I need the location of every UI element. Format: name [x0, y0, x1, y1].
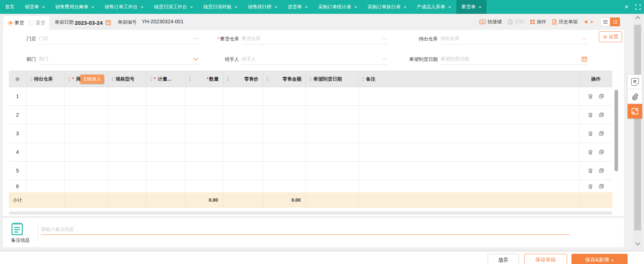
arrow-left-icon[interactable] — [584, 20, 588, 24]
copy-row-icon[interactable] — [599, 112, 604, 117]
operate-button[interactable]: 操作 — [530, 19, 546, 25]
chevron-down-icon[interactable] — [193, 56, 198, 62]
sort-icon[interactable] — [309, 77, 312, 81]
grid-cell[interactable] — [147, 143, 186, 161]
scan-entry-badge[interactable]: 扫码录入 — [80, 74, 104, 84]
delete-row-icon[interactable] — [588, 150, 593, 155]
sort-icon[interactable] — [266, 77, 269, 81]
tab-sales-workbench[interactable]: 销售订单工作台✕ — [99, 0, 149, 14]
grid-cell[interactable] — [108, 124, 147, 143]
sort-icon[interactable] — [149, 77, 152, 81]
grid-cell[interactable] — [306, 162, 359, 180]
grid-cell[interactable] — [186, 143, 223, 161]
department-field[interactable]: 部门 — [38, 54, 199, 65]
column-header-unit[interactable]: * 计量... — [147, 71, 186, 87]
tab-close-icon[interactable]: ✕ — [403, 5, 406, 9]
grid-cell[interactable] — [306, 106, 359, 124]
print-button[interactable]: 打印 — [507, 19, 524, 25]
save-and-new-button[interactable]: 保存&新增 ∧ — [571, 254, 628, 264]
grid-cell[interactable] — [108, 106, 147, 124]
grid-cell[interactable] — [306, 124, 359, 143]
grid-cell[interactable] — [186, 162, 223, 180]
calendar-icon[interactable] — [105, 20, 111, 26]
grid-cell[interactable] — [223, 162, 263, 180]
grid-cell[interactable] — [108, 143, 147, 161]
scroll-down-icon[interactable] — [633, 242, 642, 245]
sort-icon[interactable] — [362, 77, 364, 81]
grid-cell[interactable] — [65, 180, 108, 192]
grid-cell[interactable] — [263, 106, 306, 124]
column-header-expected-date[interactable]: 希望到货日期 — [306, 71, 359, 87]
column-header-remark[interactable]: 备注 — [359, 71, 579, 87]
tab-cash-workbench[interactable]: 钱货日清工作台✕ — [149, 0, 198, 14]
grid-cell[interactable] — [65, 162, 108, 180]
grid-cell[interactable] — [65, 143, 108, 161]
copy-row-icon[interactable] — [599, 94, 604, 99]
grid-cell[interactable] — [263, 124, 306, 143]
grid-cell[interactable] — [147, 162, 186, 180]
grid-cell[interactable] — [263, 87, 306, 105]
expected-date-field[interactable]: 希望到货日期 — [440, 54, 588, 65]
grid-cell[interactable] — [27, 162, 65, 180]
lookup-ellipsis-icon[interactable]: ··· — [582, 35, 587, 42]
settings-button[interactable]: 设置 — [599, 31, 622, 42]
calendar-icon[interactable] — [581, 56, 587, 62]
lookup-ellipsis-icon[interactable]: ··· — [193, 35, 198, 42]
grid-cell[interactable] — [359, 162, 579, 180]
column-header-quantity[interactable]: *数量 — [186, 71, 223, 87]
tab-po-execution[interactable]: 采购订单执行表✕ — [362, 0, 411, 14]
page-scrollbar[interactable] — [633, 14, 642, 252]
delete-row-icon[interactable] — [588, 94, 593, 99]
grid-cell[interactable] — [65, 87, 108, 105]
grid-cell[interactable] — [359, 180, 579, 192]
scroll-up-icon[interactable] — [633, 16, 642, 19]
tab-sales-expense[interactable]: 销售费用分摊单✕ — [50, 0, 99, 14]
sort-icon[interactable] — [111, 77, 114, 81]
grid-cell[interactable] — [27, 124, 65, 143]
grid-cell[interactable] — [223, 87, 263, 105]
tab-close-icon[interactable]: ✕ — [305, 5, 308, 9]
copy-row-icon[interactable] — [599, 184, 604, 189]
tab-close-icon[interactable]: ✕ — [274, 5, 277, 9]
tab-purchase-order[interactable]: 进货单✕ — [282, 0, 313, 14]
grid-cell[interactable] — [359, 87, 579, 105]
draft-list-button[interactable]: 草 — [628, 75, 642, 89]
close-icon[interactable]: ✕ — [624, 4, 629, 9]
save-draft-button[interactable]: 保存草稿 — [524, 254, 567, 264]
attachment-button[interactable] — [628, 89, 642, 104]
tab-home[interactable]: 首页 — [0, 0, 20, 14]
tab-finished-goods-in[interactable]: 产成品入库单✕ — [412, 0, 456, 14]
column-header-spec-model[interactable]: 规格型号 — [108, 71, 147, 87]
grid-cell[interactable] — [108, 162, 147, 180]
request-warehouse-field[interactable]: 要货仓库 ··· — [241, 34, 388, 44]
detail-view-toggle[interactable] — [610, 18, 620, 26]
doc-date-field[interactable]: 2023-03-24 — [75, 18, 113, 28]
column-header-product[interactable]: * 商品 扫码录入 — [65, 71, 108, 87]
grid-cell[interactable] — [223, 143, 263, 161]
column-header-retail-amount[interactable]: 零售金额 — [263, 71, 306, 87]
grid-cell[interactable] — [306, 180, 359, 192]
tab-close-icon[interactable]: ✕ — [448, 5, 451, 9]
store-field[interactable]: 门店 ··· — [38, 34, 199, 44]
grid-cell[interactable] — [65, 106, 108, 124]
tab-close-icon[interactable]: ✕ — [141, 5, 144, 9]
grid-cell[interactable] — [186, 180, 223, 192]
expand-button[interactable] — [628, 104, 642, 119]
grid-cell[interactable] — [186, 106, 223, 124]
grid-cell[interactable] — [263, 162, 306, 180]
horizontal-scrollbar[interactable] — [9, 211, 612, 214]
copy-row-icon[interactable] — [599, 131, 604, 136]
discard-button[interactable]: 放弃 — [488, 254, 519, 264]
remarks-input[interactable]: 请输入备注信息 — [41, 226, 74, 233]
tab-close-icon[interactable]: ✕ — [235, 5, 238, 9]
tab-close-icon[interactable]: ✕ — [42, 5, 45, 9]
list-view-toggle[interactable] — [600, 18, 610, 26]
sort-icon[interactable] — [68, 77, 71, 81]
grid-cell[interactable] — [65, 124, 108, 143]
grid-cell[interactable] — [223, 180, 263, 192]
lookup-ellipsis-icon[interactable]: ··· — [382, 35, 387, 42]
tab-close-icon[interactable]: ✕ — [91, 5, 94, 9]
grid-cell[interactable] — [147, 106, 186, 124]
copy-row-icon[interactable] — [599, 168, 604, 173]
grid-cell[interactable] — [223, 124, 263, 143]
